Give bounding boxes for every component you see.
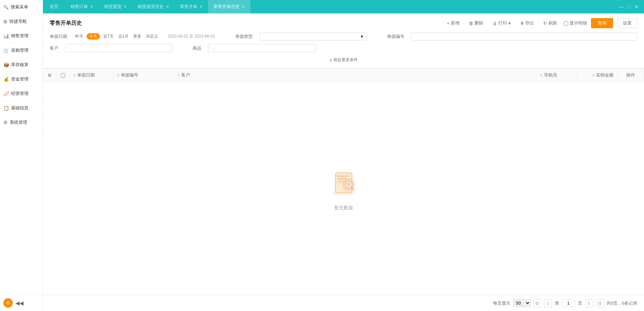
sidebar-item-label: 销售管理 — [11, 33, 29, 39]
type-filter-select[interactable]: ▾ — [259, 32, 367, 41]
sidebar-item-inventory[interactable]: 📦 库存核算 — [0, 58, 43, 72]
delete-label: 删除 — [475, 20, 483, 26]
sidebar-item-label: 采购管理 — [11, 47, 29, 53]
th-action-label: 操作 — [626, 72, 635, 78]
sidebar-item-label: 资金管理 — [11, 76, 29, 82]
add-icon: + — [447, 21, 449, 26]
minimize-button[interactable]: — — [619, 4, 624, 9]
tab-bar: 首页 销售订单 ✕ 销货退货 ✕ 销货退货历史 ✕ 零售开单 ✕ 零售开单历史 … — [43, 0, 644, 13]
collapse-label: 收起更多条件 — [334, 57, 358, 63]
print-button[interactable]: 🖨 打印 ▾ — [490, 19, 513, 28]
next-page-button[interactable]: ⟩ — [585, 299, 593, 307]
sort-icon[interactable]: ⇅ — [177, 73, 180, 77]
display-detail-checkbox-label[interactable]: 显示明细 — [564, 20, 587, 26]
tab-close-icon[interactable]: ✕ — [166, 4, 169, 9]
delete-button[interactable]: 🗑 删除 — [466, 19, 486, 28]
query-button[interactable]: 查询 — [591, 18, 613, 28]
sidebar: 🔍 搜索采单 ⊞ 快捷导航 📊 销售管理 🛒 采购管理 📦 库存核算 💰 资金管… — [0, 0, 43, 311]
sidebar-item-label: 经营管理 — [11, 91, 29, 97]
sort-icon[interactable]: ⇅ — [73, 73, 76, 77]
goods-filter-select[interactable]: ... — [208, 44, 315, 52]
tab-label: 零售开单 — [180, 4, 197, 10]
sidebar-search[interactable]: 🔍 搜索采单 — [0, 0, 43, 14]
tab-home[interactable]: 首页 — [43, 0, 65, 13]
sidebar-item-base-info[interactable]: 📋 基础信息 — [0, 101, 43, 115]
tab-close-icon[interactable]: ✕ — [90, 4, 93, 9]
tab-sales-return[interactable]: 销货退货 ✕ — [99, 0, 132, 13]
last-page-button[interactable]: ⟩⟩ — [596, 299, 604, 307]
column-gear-icon: ⚙ — [48, 73, 52, 78]
quick-nav-icon: ⊞ — [3, 19, 7, 24]
collapse-filter-row[interactable]: ∧ 收起更多条件 — [50, 56, 637, 64]
svg-rect-3 — [337, 178, 346, 179]
export-button[interactable]: ⬆ 导出 — [517, 19, 537, 28]
filter-row-1: 单据日期 昨天 今天 近7天 近1月 更多 自定义 2023-06-02 至 2… — [50, 32, 637, 41]
page-title: 零售开单历史 — [50, 20, 82, 27]
first-page-button[interactable]: ⟨⟨ — [533, 299, 541, 307]
print-icon: 🖨 — [493, 21, 497, 26]
th-amount: ⇅ 实销金额 — [577, 69, 617, 82]
sidebar-collapse-button[interactable]: ◀◀ — [15, 300, 23, 306]
type-select-arrow: ▾ — [361, 34, 363, 39]
tab-close-icon[interactable]: ✕ — [242, 4, 245, 9]
tab-sales-order[interactable]: 销售订单 ✕ — [65, 0, 99, 13]
settings-gear-button[interactable]: ⚙ — [3, 298, 13, 308]
date-shortcuts: 昨天 今天 近7天 近1月 更多 自定义 — [74, 33, 159, 40]
collapse-icon: ∧ — [329, 58, 332, 62]
content-area: 零售开单历史 + 新增 🗑 删除 🖨 打印 ▾ — [43, 13, 644, 311]
th-check[interactable] — [56, 69, 70, 82]
date-more[interactable]: 更多 — [132, 33, 143, 40]
th-client: ⇅ 客户 — [174, 69, 537, 82]
inventory-icon: 📦 — [3, 62, 9, 67]
tab-sales-return-hist[interactable]: 销货退货历史 ✕ — [132, 0, 175, 13]
sidebar-item-quick-nav[interactable]: ⊞ 快捷导航 — [0, 14, 43, 29]
pagination: 每页显示 50 10 20 100 ⟨⟨ ⟨ 第 页 ⟩ ⟩⟩ 共0页，0条记录 — [43, 295, 644, 311]
maximize-button[interactable]: □ — [628, 4, 631, 9]
date-1month[interactable]: 近1月 — [117, 33, 130, 40]
delete-icon: 🗑 — [469, 21, 473, 26]
th-gear[interactable]: ⚙ — [43, 69, 56, 82]
toolbar: + 新增 🗑 删除 🖨 打印 ▾ ⬆ 导出 — [444, 18, 637, 28]
date-yesterday[interactable]: 昨天 — [74, 33, 85, 40]
sidebar-item-sys-mgmt[interactable]: ⚙ 系统管理 — [0, 115, 43, 130]
select-all-checkbox[interactable] — [61, 73, 65, 77]
th-guide-label: 导购员 — [544, 72, 557, 78]
sidebar-item-label: 快捷导航 — [9, 18, 27, 24]
close-button[interactable]: ✕ — [635, 4, 639, 9]
date-today[interactable]: 今天 — [87, 33, 100, 40]
date-custom[interactable]: 自定义 — [145, 33, 159, 40]
refresh-icon: ↻ — [543, 21, 547, 26]
sort-icon[interactable]: ⇅ — [540, 73, 543, 77]
table-header: ⚙ ⇅ 单据日期 ⇅ 单据编号 ⇅ 客户 ⇅ — [43, 68, 644, 82]
client-filter-select[interactable]: ... — [65, 44, 172, 52]
add-button[interactable]: + 新增 — [444, 19, 462, 28]
sidebar-search-label: 搜索采单 — [11, 4, 28, 10]
sidebar-item-purchase-mgmt[interactable]: 🛒 采购管理 — [0, 43, 43, 58]
sort-icon[interactable]: ⇅ — [592, 73, 595, 77]
per-page-select[interactable]: 50 10 20 100 — [513, 299, 531, 307]
operations-icon: 📈 — [3, 91, 9, 96]
svg-point-8 — [347, 183, 350, 186]
date-range-display: 2023-06-02 至 2023-06-02 — [167, 34, 215, 39]
finance-icon: 💰 — [3, 76, 9, 82]
display-detail-checkbox[interactable] — [564, 21, 568, 25]
main-area: 首页 销售订单 ✕ 销货退货 ✕ 销货退货历史 ✕ 零售开单 ✕ 零售开单历史 … — [43, 0, 644, 311]
refresh-button[interactable]: ↻ 刷新 — [541, 19, 560, 28]
sidebar-item-finance[interactable]: 💰 资金管理 — [0, 72, 43, 87]
th-date: ⇅ 单据日期 — [70, 69, 113, 82]
page-input[interactable] — [562, 300, 575, 307]
purchase-mgmt-icon: 🛒 — [3, 48, 9, 53]
tab-close-icon[interactable]: ✕ — [123, 4, 127, 9]
sidebar-item-operations[interactable]: 📈 经营管理 — [0, 87, 43, 101]
sidebar-item-sales-mgmt[interactable]: 📊 销售管理 — [0, 29, 43, 43]
tab-retail-open-hist[interactable]: 零售开单历史 ✕ — [208, 0, 250, 13]
date-7days[interactable]: 近7天 — [102, 33, 115, 40]
setting-button[interactable]: 设置 — [617, 18, 637, 28]
sort-icon[interactable]: ⇅ — [117, 73, 119, 77]
tab-close-icon[interactable]: ✕ — [199, 4, 203, 9]
th-date-label: 单据日期 — [77, 72, 95, 78]
window-controls: — □ ✕ — [619, 4, 644, 9]
num-filter-input[interactable] — [411, 32, 637, 41]
prev-page-button[interactable]: ⟨ — [544, 299, 552, 307]
tab-retail-open[interactable]: 零售开单 ✕ — [175, 0, 208, 13]
